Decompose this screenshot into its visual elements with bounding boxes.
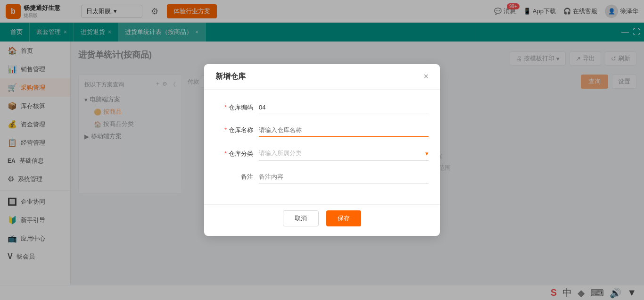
- name-input[interactable]: [259, 124, 429, 137]
- category-select[interactable]: 请输入所属分类 ▾: [259, 146, 429, 161]
- dialog-body: 仓库编码 仓库名称 仓库分类 请输入所属分类 ▾ 备注: [204, 90, 440, 204]
- code-label: 仓库编码: [215, 103, 253, 112]
- form-row-category: 仓库分类 请输入所属分类 ▾: [215, 146, 429, 161]
- cancel-button[interactable]: 取消: [283, 210, 319, 226]
- save-button[interactable]: 保存: [326, 210, 361, 226]
- note-label: 备注: [215, 173, 253, 181]
- name-label: 仓库名称: [215, 126, 253, 134]
- new-warehouse-dialog: 新增仓库 × 仓库编码 仓库名称 仓库分类 请输入所属分类 ▾: [204, 64, 440, 236]
- dialog-title: 新增仓库: [215, 72, 246, 82]
- dialog-footer: 取消 保存: [204, 204, 440, 236]
- form-row-name: 仓库名称: [215, 124, 429, 137]
- modal-overlay[interactable]: 新增仓库 × 仓库编码 仓库名称 仓库分类 请输入所属分类 ▾: [0, 0, 644, 300]
- code-input[interactable]: [259, 101, 429, 114]
- form-row-note: 备注: [215, 170, 429, 183]
- category-placeholder: 请输入所属分类: [259, 149, 302, 158]
- dialog-header: 新增仓库 ×: [204, 64, 440, 90]
- dialog-close-button[interactable]: ×: [423, 72, 429, 82]
- category-chevron-icon: ▾: [425, 150, 429, 157]
- category-label: 仓库分类: [215, 150, 253, 158]
- form-row-code: 仓库编码: [215, 101, 429, 114]
- note-input[interactable]: [259, 170, 429, 183]
